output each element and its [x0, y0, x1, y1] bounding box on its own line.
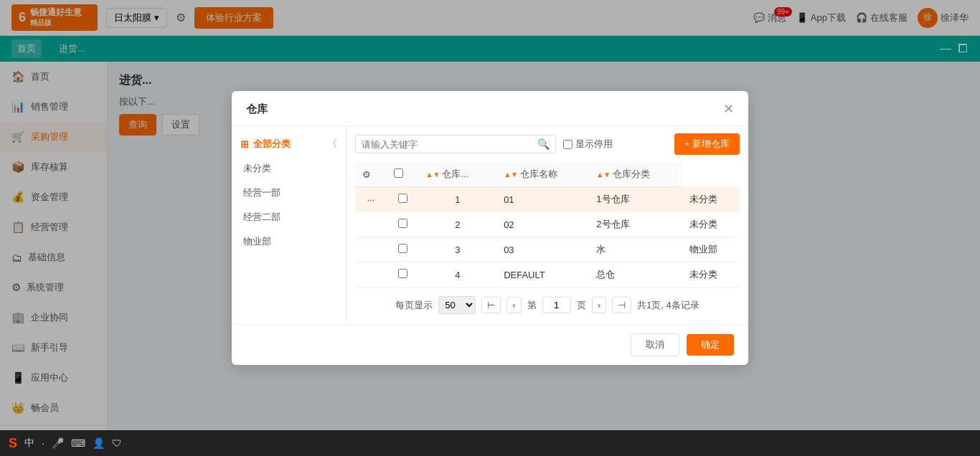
prev-page-button[interactable]: ‹ [507, 297, 521, 313]
cat-item-unclassified[interactable]: 未分类 [232, 156, 346, 181]
per-page-label: 每页显示 [395, 299, 433, 312]
table-row[interactable]: ··· 1 01 1号仓库 未分类 [355, 187, 740, 212]
dialog-body: ⊞ 全部分类 《 未分类 经营一部 经营二部 物业部 🔍 [232, 126, 748, 324]
pagination: 每页显示 50 100 ⊢ ‹ 第 页 › ⊣ 共1页, 4条记录 [355, 288, 740, 317]
dialog-title: 仓库 [246, 103, 268, 116]
sort-icon3: ▲▼ [596, 171, 611, 179]
taskbar: S 中 · 🎤 ⌨ 👤 🛡 [0, 430, 980, 456]
col-checkbox [387, 162, 419, 187]
row-code: DEFAULT [496, 262, 589, 288]
row-checkbox[interactable] [398, 269, 407, 278]
all-categories-button[interactable]: ⊞ 全部分类 《 [232, 132, 346, 156]
last-page-button[interactable]: ⊣ [612, 297, 631, 313]
row-checkbox-cell [387, 237, 419, 262]
sort-icon2: ▲▼ [504, 171, 518, 179]
col-name: ▲▼ 仓库名称 [496, 162, 589, 187]
taskbar-zh[interactable]: 中 [24, 437, 34, 450]
search-input[interactable] [362, 139, 533, 150]
next-page-button[interactable]: › [592, 297, 606, 313]
row-checkbox-cell [387, 212, 419, 237]
row-checkbox-cell [387, 187, 419, 212]
row-category: 物业部 [682, 237, 740, 262]
row-code: 02 [496, 212, 589, 237]
table-row[interactable]: 3 03 水 物业部 [355, 237, 740, 262]
table-settings-icon[interactable]: ⚙ [362, 169, 371, 180]
taskbar-logo: S [9, 436, 17, 451]
row-name: 水 [589, 237, 682, 262]
modal-overlay: 仓库 ✕ ⊞ 全部分类 《 未分类 经营一部 经营二部 物业部 [0, 0, 980, 456]
table-header-row: ⚙ ▲▼ 仓库... [355, 162, 740, 187]
dialog-footer: 取消 确定 [232, 324, 748, 365]
show-disabled-label: 显示停用 [563, 138, 613, 151]
per-page-select[interactable]: 50 100 [438, 296, 476, 314]
all-categories-label: 全部分类 [253, 138, 291, 151]
row-checkbox[interactable] [398, 244, 407, 253]
row-checkbox[interactable] [398, 194, 407, 203]
taskbar-shield[interactable]: 🛡 [112, 437, 122, 449]
taskbar-person[interactable]: 👤 [93, 437, 105, 449]
col-code: ▲▼ 仓库... [419, 162, 497, 187]
sort-icon: ▲▼ [426, 171, 440, 179]
row-more-icon[interactable] [355, 237, 387, 262]
search-icon: 🔍 [537, 138, 550, 150]
first-page-button[interactable]: ⊢ [481, 297, 501, 313]
row-more-icon[interactable]: ··· [355, 187, 387, 212]
row-more-icon[interactable] [355, 262, 387, 288]
row-category: 未分类 [682, 212, 740, 237]
table-row[interactable]: 2 02 2号仓库 未分类 [355, 212, 740, 237]
cat-item-operations2[interactable]: 经营二部 [232, 205, 346, 229]
confirm-button[interactable]: 确定 [687, 334, 734, 356]
add-warehouse-button[interactable]: + 新增仓库 [674, 133, 740, 155]
dialog-header: 仓库 ✕ [232, 91, 748, 126]
select-all-checkbox[interactable] [394, 168, 403, 178]
page-suffix: 页 [577, 299, 586, 312]
row-category: 未分类 [682, 187, 740, 212]
taskbar-dot: · [42, 437, 44, 449]
row-checkbox[interactable] [398, 219, 407, 228]
grid-icon: ⊞ [240, 138, 249, 150]
col-category: ▲▼ 仓库分类 [589, 162, 682, 187]
row-name: 1号仓库 [589, 187, 682, 212]
collapse-button[interactable]: 《 [327, 138, 337, 151]
row-number: 2 [419, 212, 497, 237]
search-row: 🔍 显示停用 + 新增仓库 [355, 133, 740, 155]
total-info: 共1页, 4条记录 [637, 299, 699, 312]
row-number: 1 [419, 187, 497, 212]
row-number: 4 [419, 262, 497, 288]
warehouse-dialog: 仓库 ✕ ⊞ 全部分类 《 未分类 经营一部 经营二部 物业部 [232, 91, 748, 365]
show-disabled-checkbox[interactable] [563, 140, 573, 149]
taskbar-keyboard[interactable]: ⌨ [71, 437, 85, 449]
page-label: 第 [527, 299, 537, 312]
row-name: 2号仓库 [589, 212, 682, 237]
warehouse-table: ⚙ ▲▼ 仓库... [355, 162, 740, 288]
category-panel: ⊞ 全部分类 《 未分类 经营一部 经营二部 物业部 [232, 126, 347, 324]
table-row[interactable]: 4 DEFAULT 总仓 未分类 [355, 262, 740, 288]
taskbar-mic[interactable]: 🎤 [52, 437, 64, 449]
cancel-button[interactable]: 取消 [631, 333, 679, 356]
dialog-close-button[interactable]: ✕ [723, 101, 734, 117]
row-number: 3 [419, 237, 497, 262]
row-code: 01 [496, 187, 589, 212]
table-panel: 🔍 显示停用 + 新增仓库 ⚙ [347, 126, 748, 324]
row-category: 未分类 [682, 262, 740, 288]
row-checkbox-cell [387, 262, 419, 288]
row-more-icon[interactable] [355, 212, 387, 237]
page-number-input[interactable] [542, 297, 571, 313]
row-code: 03 [496, 237, 589, 262]
col-settings: ⚙ [355, 162, 387, 187]
search-box: 🔍 [355, 135, 556, 153]
cat-item-operations1[interactable]: 经营一部 [232, 181, 346, 205]
row-name: 总仓 [589, 262, 682, 288]
cat-item-property[interactable]: 物业部 [232, 229, 346, 254]
